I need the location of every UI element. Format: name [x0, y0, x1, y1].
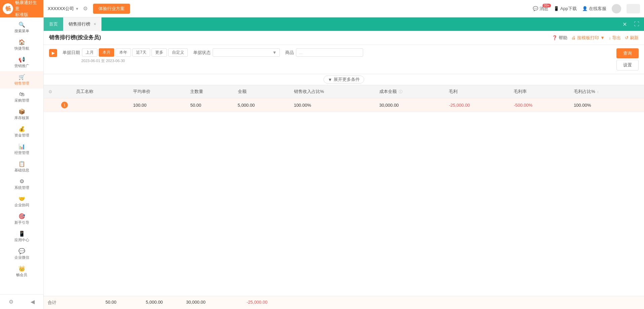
7days-btn[interactable]: 近7天 — [132, 48, 150, 57]
col-rank — [57, 85, 72, 98]
member-icon: 👑 — [18, 265, 25, 272]
status-select-arrow-icon: ▼ — [272, 50, 277, 55]
sidebar-item-quicknav[interactable]: 🏠 快捷导航 — [0, 36, 43, 54]
col-settings-icon[interactable]: ⚙ — [48, 89, 52, 94]
sidebar-item-apps[interactable]: 📱 应用中心 — [0, 228, 43, 245]
goods-filter-group: 商品 ... — [285, 48, 363, 57]
refresh-btn[interactable]: ↺ 刷新 — [625, 35, 639, 41]
query-btn[interactable]: 查询 — [616, 48, 639, 58]
logo-text: 畅康通好生意 标准版 — [15, 0, 41, 18]
export-btn[interactable]: ↓ 导出 — [609, 35, 621, 41]
more-btn[interactable]: 更多 — [152, 48, 167, 57]
col-amount: 全额 — [234, 85, 290, 98]
cell-amount: 5,000.00 — [234, 98, 290, 112]
cell-gross: -25,000.00 — [445, 98, 510, 112]
operations-icon: 📊 — [18, 143, 25, 150]
sidebar-nav: 🔍 搜索菜单 🏠 快捷导航 📢 营销推广 🛒 销售管理 🛍 采购管理 📦 库存核… — [0, 17, 43, 294]
expand-row: ▼ 展开更多条件 — [44, 74, 644, 85]
sidebar-item-basics[interactable]: 📋 基础信息 — [0, 158, 43, 175]
wechat-icon: 💬 — [18, 248, 25, 254]
expand-btn[interactable]: ▼ 展开更多条件 — [324, 75, 364, 84]
cell-name — [72, 98, 129, 112]
sidebar-collapse-btn[interactable]: ◀ — [28, 297, 37, 306]
filter-toggle-btn[interactable]: ▶ — [49, 49, 57, 57]
this-year-btn[interactable]: 本年 — [116, 48, 131, 57]
inventory-icon: 📦 — [18, 108, 25, 115]
cost-info-icon[interactable]: ⓘ — [399, 90, 402, 94]
sidebar-item-system[interactable]: ⚙ 系统管理 — [0, 175, 43, 193]
app-download-btn[interactable]: 📱 App下载 — [554, 6, 577, 12]
sidebar-item-marketing[interactable]: 📢 营销推广 — [0, 54, 43, 71]
tab-close-icon[interactable]: × — [94, 22, 96, 27]
page-title: 销售排行榜(按业务员) — [49, 34, 101, 41]
col-avg-price: 平均单价 — [129, 85, 186, 98]
page-header: 销售排行榜(按业务员) ❓ 帮助 🖨 按模板打印 ▼ ↓ 导出 ↺ 刷新 — [44, 31, 644, 45]
search-icon: 🔍 — [18, 21, 25, 28]
sidebar-item-guide[interactable]: 🎯 新手引导 — [0, 210, 43, 228]
cell-gross-pct: 100.00% — [570, 98, 644, 112]
help-btn[interactable]: ❓ 帮助 — [552, 35, 567, 41]
basics-icon: 📋 — [18, 161, 25, 167]
print-arrow-icon: ▼ — [600, 35, 605, 40]
avatar-name[interactable] — [627, 4, 640, 13]
sidebar-item-inventory[interactable]: 📦 库存核算 — [0, 106, 43, 123]
logo-icon: 畅 — [3, 3, 13, 14]
col-main-qty: 主数量 — [186, 85, 233, 98]
cell-rank: 1 — [57, 98, 72, 112]
refresh-icon: ↺ — [625, 35, 629, 40]
online-service-btn[interactable]: 👤 在线客服 — [582, 6, 606, 12]
tab-home[interactable]: 首页 — [44, 17, 63, 31]
app-download-icon: 📱 — [554, 6, 559, 11]
tab-close-window-icon[interactable]: ✕ — [620, 19, 629, 29]
tab-fullscreen-icon[interactable]: ⛶ — [632, 19, 641, 29]
cell-sales-pct: 100.00% — [290, 98, 375, 112]
this-month-btn[interactable]: 本月 — [99, 48, 114, 57]
footer-cost: 30,000.00 — [182, 300, 243, 306]
sidebar-item-purchase[interactable]: 🛍 采购管理 — [0, 89, 43, 106]
apps-icon: 📱 — [18, 230, 25, 237]
sidebar-settings-btn[interactable]: ⚙ — [6, 297, 16, 306]
company-name: XXXXXX公司 — [48, 6, 74, 12]
last-month-btn[interactable]: 上月 — [82, 48, 97, 57]
tab-sales-ranking[interactable]: 销售排行榜 × — [63, 17, 101, 31]
print-btn[interactable]: 🖨 按模板打印 ▼ — [571, 35, 605, 41]
message-icon: 💬 — [533, 6, 538, 11]
sidebar-item-operations[interactable]: 📊 经营管理 — [0, 141, 43, 158]
topbar-settings-icon[interactable]: ⚙ — [83, 5, 88, 12]
sidebar-item-wechat[interactable]: 💬 企业微信 — [0, 245, 43, 263]
custom-btn[interactable]: 自定义 — [168, 48, 188, 57]
main-area: XXXXXX公司 ▼ ⚙ 体验行业方案 💬 消息 99+ 📱 App下载 👤 在… — [44, 0, 644, 309]
cell-gross-rate: -500.00% — [510, 98, 569, 112]
avatar[interactable] — [612, 4, 621, 13]
guide-icon: 🎯 — [18, 213, 25, 219]
trial-btn[interactable]: 体验行业方案 — [93, 4, 130, 14]
footer-qty: 50.00 — [101, 300, 142, 306]
goods-input[interactable]: ... — [296, 48, 363, 57]
date-label: 单据日期 — [62, 50, 80, 56]
cell-avg-price: 100.00 — [129, 98, 186, 112]
marketing-icon: 📢 — [18, 56, 25, 63]
sidebar-item-search[interactable]: 🔍 搜索菜单 — [0, 19, 43, 36]
col-settings[interactable]: ⚙ — [44, 85, 57, 98]
help-icon: ❓ — [552, 35, 557, 40]
system-icon: ⚙ — [19, 178, 24, 185]
sidebar-item-enterprise[interactable]: 🤝 企业协同 — [0, 193, 43, 210]
table-row[interactable]: 1 100.00 50.00 5,000.00 100.00% 30,000.0… — [44, 98, 644, 112]
rank-badge: 1 — [61, 102, 68, 108]
sidebar-item-sales[interactable]: 🛒 销售管理 — [0, 71, 43, 89]
message-btn[interactable]: 💬 消息 99+ — [533, 6, 548, 12]
export-icon: ↓ — [609, 35, 611, 40]
cell-cost: 30,000.00 — [375, 98, 445, 112]
content: 销售排行榜(按业务员) ❓ 帮助 🖨 按模板打印 ▼ ↓ 导出 ↺ 刷新 — [44, 31, 644, 309]
footer-label: 合计 — [48, 300, 101, 306]
status-select[interactable]: ▼ — [213, 48, 280, 57]
col-gross-pct: 毛利占比% ↕ — [570, 85, 644, 98]
sidebar-item-finance[interactable]: 💰 资金管理 — [0, 123, 43, 141]
goods-label: 商品 — [285, 50, 294, 56]
sidebar-bottom: ⚙ ◀ — [0, 294, 43, 309]
filter-settings-btn[interactable]: 设置 — [616, 60, 639, 70]
col-name: 员工名称 — [72, 85, 129, 98]
company-selector[interactable]: XXXXXX公司 ▼ — [48, 6, 79, 12]
sidebar-item-member[interactable]: 👑 畅会员 — [0, 263, 43, 280]
topbar: XXXXXX公司 ▼ ⚙ 体验行业方案 💬 消息 99+ 📱 App下载 👤 在… — [44, 0, 644, 17]
